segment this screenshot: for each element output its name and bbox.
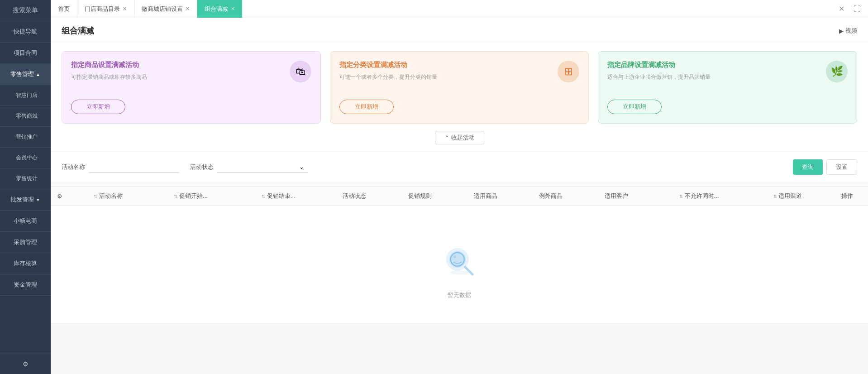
- sidebar-item-retail-mall[interactable]: 零售商城: [0, 106, 51, 127]
- col-label: 活动状态: [343, 192, 366, 199]
- sidebar-item-wholesale-mgmt[interactable]: 批发管理 ▼: [0, 189, 51, 211]
- video-link[interactable]: ▶ 视频: [839, 27, 857, 35]
- product-promo-icon: 🛍: [290, 61, 311, 82]
- collapse-bar: ⌃ 收起活动: [51, 125, 868, 152]
- product-promo-add-button[interactable]: 立即新增: [71, 100, 125, 114]
- brand-promo-card: 🌿 指定品牌设置满减活动 适合与上游企业联合做营销，提升品牌销量 立即新增: [598, 51, 857, 124]
- chevron-up-icon: ▲: [36, 72, 40, 77]
- activity-name-input[interactable]: [89, 162, 179, 173]
- product-promo-desc: 可指定滞销商品或库存较多商品: [71, 73, 311, 92]
- col-label: 例外商品: [539, 192, 563, 199]
- page-header: 组合满减 ▶ 视频: [51, 18, 868, 42]
- tab-bar: 首页 门店商品目录 ✕ 微商城店铺设置 ✕ 组合满减 ✕ ✕ ⛶: [51, 0, 868, 18]
- table-col-applicable-channel[interactable]: ⇅ 适用渠道: [749, 187, 826, 206]
- sidebar-item-capital-mgmt[interactable]: 资金管理: [0, 274, 51, 296]
- play-icon: ▶: [839, 28, 844, 34]
- sidebar-item-xiaochang[interactable]: 小畅电商: [0, 211, 51, 232]
- tab-store-catalog[interactable]: 门店商品目录 ✕: [77, 0, 134, 18]
- brand-promo-add-button[interactable]: 立即新增: [607, 100, 662, 114]
- product-promo-card: 🛍 指定商品设置满减活动 可指定滞销商品或库存较多商品 立即新增: [62, 51, 321, 124]
- brand-promo-icon: 🌿: [826, 61, 848, 82]
- category-promo-icon: ⊞: [558, 61, 579, 82]
- sidebar-item-inventory[interactable]: 库存核算: [0, 253, 51, 274]
- sidebar-search[interactable]: 搜索菜单: [0, 0, 51, 21]
- category-promo-desc: 可选一个或者多个分类，提升分类的销量: [339, 73, 580, 92]
- search-bar: 活动名称 活动状态 ⌄ 查询 设置: [51, 152, 868, 182]
- category-promo-title: 指定分类设置满减活动: [339, 61, 580, 69]
- activity-status-select[interactable]: ⌄: [217, 162, 308, 173]
- collapse-btn-label: 收起活动: [451, 134, 475, 142]
- table-col-applicable-customer: 适用客户: [583, 187, 649, 206]
- tab-wechat-store[interactable]: 微商城店铺设置 ✕: [134, 0, 197, 18]
- table-col-activity-name[interactable]: ⇅ 活动名称: [69, 187, 147, 206]
- table-col-promo-start[interactable]: ⇅ 促销开始...: [147, 187, 234, 206]
- chevron-down-icon: ▼: [36, 197, 40, 202]
- col-sort-icon: ⇅: [679, 194, 683, 199]
- table-col-applicable-goods: 适用商品: [453, 187, 518, 206]
- col-label: 促销开始...: [179, 192, 208, 199]
- table-col-operation: 操作: [826, 187, 868, 206]
- sidebar-item-retail-mgmt[interactable]: 零售管理 ▲: [0, 64, 51, 85]
- col-sort-icon: ⇅: [773, 194, 777, 199]
- table-col-promo-end[interactable]: ⇅ 促销结束...: [234, 187, 322, 206]
- col-sort-icon: ⇅: [174, 194, 177, 199]
- table-col-activity-status: 活动状态: [322, 187, 387, 206]
- product-promo-title: 指定商品设置满减活动: [71, 61, 311, 69]
- col-label: 促销规则: [408, 192, 432, 199]
- empty-text: 暂无数据: [448, 291, 471, 299]
- activity-status-label: 活动状态: [190, 163, 214, 171]
- category-promo-card: ⊞ 指定分类设置满减活动 可选一个或者多个分类，提升分类的销量 立即新增: [330, 51, 589, 124]
- tab-store-catalog-close[interactable]: ✕: [123, 6, 127, 12]
- sidebar-item-member-center[interactable]: 会员中心: [0, 148, 51, 168]
- tab-combo-promo-close[interactable]: ✕: [231, 6, 235, 12]
- settings-button[interactable]: ⚙: [0, 354, 51, 374]
- table-col-promo-rule: 促销规则: [387, 187, 453, 206]
- sidebar-item-quick-nav[interactable]: 快捷导航: [0, 21, 51, 43]
- table-col-settings[interactable]: ⚙: [51, 187, 69, 206]
- tab-wechat-store-close[interactable]: ✕: [186, 6, 190, 12]
- col-label: 不允许同时...: [685, 192, 719, 199]
- col-label: 适用渠道: [778, 192, 802, 199]
- empty-state: 暂无数据: [55, 211, 863, 317]
- sidebar-item-smart-store[interactable]: 智慧门店: [0, 85, 51, 106]
- query-button[interactable]: 查询: [793, 159, 823, 175]
- settings-config-button[interactable]: 设置: [826, 159, 857, 175]
- col-label: 适用客户: [605, 192, 628, 199]
- chevron-down-icon: ⌄: [299, 163, 304, 170]
- sidebar-item-project-contract[interactable]: 项目合同: [0, 43, 51, 64]
- close-window-button[interactable]: ✕: [836, 4, 847, 14]
- col-sort-icon: ⇅: [262, 194, 265, 199]
- sidebar-item-marketing[interactable]: 营销推广: [0, 127, 51, 148]
- promo-cards-area: 🛍 指定商品设置满减活动 可指定滞销商品或库存较多商品 立即新增 ⊞ 指定分类设…: [51, 42, 868, 125]
- activity-name-field: 活动名称: [62, 162, 179, 173]
- col-label: 促销结束...: [267, 192, 296, 199]
- category-promo-add-button[interactable]: 立即新增: [339, 100, 394, 114]
- sidebar-item-label: 批发管理: [10, 196, 34, 204]
- table-col-no-concurrent[interactable]: ⇅ 不允许同时...: [649, 187, 749, 206]
- tab-home[interactable]: 首页: [51, 0, 77, 18]
- maximize-window-button[interactable]: ⛶: [851, 4, 863, 14]
- page-title: 组合满减: [62, 25, 94, 36]
- tab-home-label: 首页: [58, 5, 70, 13]
- tab-store-catalog-label: 门店商品目录: [85, 5, 120, 13]
- search-actions: 查询 设置: [793, 159, 857, 175]
- tab-combo-promo[interactable]: 组合满减 ✕: [197, 0, 243, 18]
- table-area: ⚙ ⇅ 活动名称 ⇅ 促销开始... ⇅ 促销结束...: [51, 186, 868, 323]
- col-label: 操作: [841, 192, 853, 199]
- sidebar-item-purchase-mgmt[interactable]: 采购管理: [0, 232, 51, 253]
- activity-name-label: 活动名称: [62, 163, 85, 171]
- tab-combo-promo-label: 组合满减: [205, 5, 228, 13]
- main-content: 首页 门店商品目录 ✕ 微商城店铺设置 ✕ 组合满减 ✕ ✕ ⛶ 组合满减 ▶ …: [51, 0, 868, 374]
- sidebar: 搜索菜单 快捷导航 项目合同 零售管理 ▲ 智慧门店 零售商城 营销推广 会员中…: [0, 0, 51, 374]
- data-table: ⚙ ⇅ 活动名称 ⇅ 促销开始... ⇅ 促销结束...: [51, 186, 868, 323]
- tab-actions: ✕ ⛶: [836, 4, 868, 14]
- col-sort-icon: ⇅: [94, 194, 97, 199]
- collapse-activity-button[interactable]: ⌃ 收起活动: [435, 131, 484, 144]
- gear-icon: ⚙: [57, 193, 62, 200]
- empty-icon: [437, 239, 482, 284]
- sidebar-item-retail-stats[interactable]: 零售统计: [0, 168, 51, 189]
- svg-point-4: [453, 255, 457, 259]
- video-label: 视频: [845, 27, 857, 35]
- sidebar-item-label: 零售管理: [10, 70, 34, 78]
- tab-wechat-store-label: 微商城店铺设置: [142, 5, 183, 13]
